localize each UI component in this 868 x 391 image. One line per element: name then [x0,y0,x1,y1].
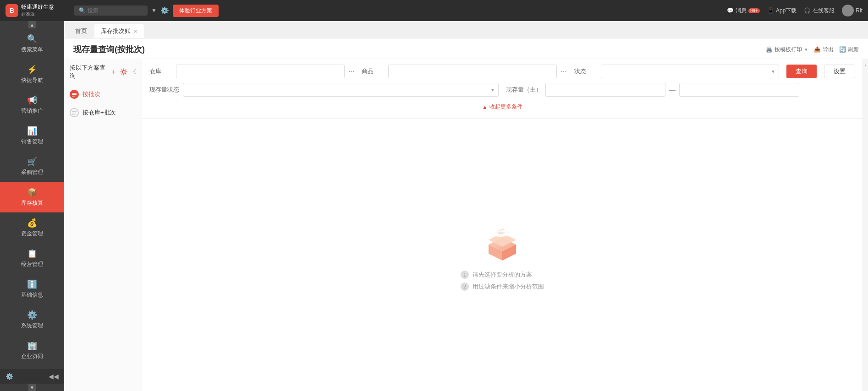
status-label: 状态 [574,67,597,76]
sidebar-label-enterprise: 企业协同 [21,353,43,360]
print-dropdown-icon[interactable]: ▼ [804,47,808,52]
dropdown-icon[interactable]: ▼ [151,7,157,14]
page-header: 现存量查询(按批次) 🖨️ 按模板打印 ▼ 📤 导出 🔄 刷新 [64,38,868,59]
message-icon: 💬 [727,7,734,14]
stock-status-select[interactable]: 有库存 无库存 全部 [183,83,499,97]
left-panel-header-actions: ＋ 《 [110,67,136,77]
svg-rect-1 [72,93,77,94]
add-scheme-btn[interactable]: ＋ [110,67,117,77]
messages-btn[interactable]: 💬 消息 99+ [727,7,760,15]
search-input[interactable] [88,7,133,14]
scheme-settings-btn[interactable] [120,68,127,76]
content-area: 首页 库存批次账 ✕ 现存量查询(按批次) 🖨️ 按模板打印 ▼ � [64,21,868,391]
sidebar-item-system[interactable]: ⚙️ 系统管理 [0,304,64,335]
search-box[interactable]: 🔍 [74,5,148,16]
filter-settings-btn[interactable]: 设置 [824,65,855,78]
logo-area: B 畅康通好生意 标准版 [5,4,70,17]
right-panel-close-btn[interactable]: › [865,63,866,68]
experience-btn[interactable]: 体验行业方案 [173,5,219,17]
tab-home-label: 首页 [75,27,87,35]
online-service-btn[interactable]: 🎧 在线客服 [804,7,835,15]
warehouse-input[interactable] [176,65,345,78]
filter-area: 仓库 ··· 商品 ··· 状态 [142,59,863,119]
status-select[interactable]: 正常 禁用 [601,65,779,78]
header-actions: 🖨️ 按模板打印 ▼ 📤 导出 🔄 刷新 [766,46,859,54]
refresh-btn[interactable]: 🔄 刷新 [839,46,859,54]
sidebar: ▲ 🔍 搜索菜单 ⚡ 快捷导航 📢 营销推广 📊 销售管理 🛒 采购管理 [0,21,64,391]
print-icon: 🖨️ [766,46,773,53]
collapse-up-icon: ▲ [482,104,488,110]
gear-settings-icon [120,68,127,76]
empty-tips: 1 请先选择要分析的方案 2 用过滤条件来缩小分析范围 [461,271,544,291]
sidebar-label-basic: 基础信息 [21,291,43,299]
left-panel: 按以下方案查询 ＋ 《 [64,59,142,391]
scroll-down-btn[interactable]: ▼ [28,384,36,391]
finance-icon: 💰 [27,218,37,228]
panel-item-by-warehouse-batch[interactable]: 按仓库+批次 [64,103,142,122]
svg-rect-4 [72,111,77,112]
topbar-center: 🔍 ▼ ⚙️ 体验行业方案 [74,5,722,17]
left-panel-header: 按以下方案查询 ＋ 《 [64,59,142,85]
user-menu[interactable]: Rit [842,5,863,16]
collapse-left-panel-btn[interactable]: 《 [130,68,136,76]
app-version: 标准版 [21,11,54,17]
sidebar-settings-btn[interactable]: ⚙️ [5,373,13,380]
sales-icon: 📊 [27,126,37,136]
stock-main-max-input[interactable] [679,83,799,97]
stock-main-min-input[interactable] [545,83,665,97]
tip-text-1: 请先选择要分析的方案 [472,271,532,279]
main-layout: ▲ 🔍 搜索菜单 ⚡ 快捷导航 📢 营销推广 📊 销售管理 🛒 采购管理 [0,21,868,391]
right-panel: 仓库 ··· 商品 ··· 状态 [142,59,863,391]
tab-close-btn[interactable]: ✕ [133,28,137,34]
active-scheme-icon [70,90,79,99]
sidebar-item-purchase[interactable]: 🛒 采购管理 [0,151,64,182]
sidebar-label-finance: 资金管理 [21,230,43,238]
system-icon: ⚙️ [27,310,37,320]
sidebar-collapse-btn[interactable]: ◀◀ [49,373,59,380]
sidebar-item-finance[interactable]: 💰 资金管理 [0,212,64,243]
app-download-btn[interactable]: 📱 App下载 [767,7,797,15]
sidebar-label-sales: 销售管理 [21,138,43,146]
export-btn[interactable]: 📤 导出 [814,46,834,54]
stock-status-select-wrapper: 有库存 无库存 全部 ▼ [183,83,499,97]
sidebar-label-purchase: 采购管理 [21,168,43,176]
collapse-more-btn[interactable]: ▲ 收起更多条件 [480,101,524,113]
tab-inventory-batch[interactable]: 库存批次账 ✕ [94,24,144,38]
stock-main-separator: — [669,86,676,93]
messages-badge: 99+ [748,8,760,13]
svg-rect-5 [72,113,77,114]
sidebar-label-shortcut: 快捷导航 [21,76,43,84]
sidebar-item-shortcut[interactable]: ⚡ 快捷导航 [0,59,64,90]
sidebar-item-basic[interactable]: ℹ️ 基础信息 [0,274,64,304]
panel-item-by-batch[interactable]: 按批次 [64,85,142,103]
product-more-btn[interactable]: ··· [560,67,566,76]
sidebar-item-inventory[interactable]: 📦 库存核算 [0,182,64,212]
settings-gear-btn[interactable]: ⚙️ [160,6,169,15]
sidebar-item-newbie[interactable]: 🎯 新手引导 [0,366,64,369]
page-content: 现存量查询(按批次) 🖨️ 按模板打印 ▼ 📤 导出 🔄 刷新 [64,38,868,391]
svg-rect-2 [72,94,77,95]
sidebar-item-sales[interactable]: 📊 销售管理 [0,120,64,151]
print-btn[interactable]: 🖨️ 按模板打印 ▼ [766,46,808,54]
panel-label-by-batch: 按批次 [82,90,100,98]
sidebar-item-marketing[interactable]: 📢 营销推广 [0,90,64,120]
warehouse-more-btn[interactable]: ··· [348,67,354,76]
product-input[interactable] [388,65,557,78]
filter-row-2: 现存量状态 有库存 无库存 全部 ▼ [149,83,855,97]
tab-home[interactable]: 首页 [69,24,93,38]
sidebar-item-search[interactable]: 🔍 搜索菜单 [0,28,64,59]
refresh-icon: 🔄 [839,46,846,53]
query-btn[interactable]: 查询 [786,65,817,78]
headset-icon: 🎧 [804,7,811,14]
filter-row-1: 仓库 ··· 商品 ··· 状态 [149,65,855,78]
sidebar-item-enterprise[interactable]: 🏢 企业协同 [0,335,64,366]
sidebar-label-system: 系统管理 [21,322,43,330]
tab-inventory-batch-label: 库存批次账 [101,27,131,35]
scroll-up-area: ▲ [0,21,64,28]
top-bar: B 畅康通好生意 标准版 🔍 ▼ ⚙️ 体验行业方案 💬 消息 99+ 📱 Ap… [0,0,868,21]
sidebar-item-operations[interactable]: 📋 经营管理 [0,243,64,274]
panel-label-by-warehouse-batch: 按仓库+批次 [82,109,116,117]
svg-rect-3 [72,96,75,97]
tip-text-2: 用过滤条件来缩小分析范围 [472,282,544,291]
scroll-up-btn[interactable]: ▲ [28,21,36,28]
